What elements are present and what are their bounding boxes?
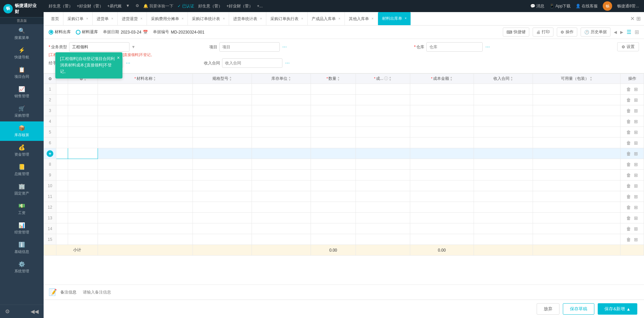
save-draft-button[interactable]: 保存草稿	[563, 303, 594, 315]
col-spec[interactable]: 规格型号 ▲▼	[193, 74, 252, 84]
sidebar-item-salary[interactable]: 💵 工资	[0, 199, 44, 219]
radio-material-out[interactable]: 材料出库	[49, 29, 71, 35]
tab-close-po-stat[interactable]: ×	[223, 12, 225, 25]
operation-btn[interactable]: ⚙ 操作	[557, 28, 577, 37]
warehouse-search-icon[interactable]: ···	[485, 44, 490, 50]
delete-row-btn[interactable]: 🗑	[625, 161, 632, 168]
app-download-link[interactable]: 📱 App下载	[549, 3, 571, 9]
delete-row-btn[interactable]: 🗑	[625, 86, 632, 93]
tab-product-in[interactable]: 产成品入库单 ×	[308, 12, 345, 25]
handler-search-icon[interactable]: ···	[126, 60, 130, 66]
tab-close-purchase-return[interactable]: ×	[141, 12, 143, 25]
copy-row-btn[interactable]: ⊞	[633, 86, 639, 93]
settings-button[interactable]: ⚙ 设置	[617, 42, 639, 51]
sidebar-item-purchase[interactable]: 🛒 采购管理	[0, 102, 44, 121]
tab-close-purchase-cost[interactable]: ×	[182, 12, 184, 25]
copy-row-btn[interactable]: ⊞	[633, 225, 639, 232]
nav-next-icon[interactable]: ▶	[620, 30, 623, 35]
copy-row-btn[interactable]: ⊞	[633, 129, 639, 136]
copy-row-btn[interactable]: ⊞	[633, 161, 639, 168]
col-settings[interactable]: ⚙	[44, 74, 56, 84]
sidebar-item-basic-info[interactable]: ℹ️ 基础信息	[0, 238, 44, 258]
add-row-btn[interactable]: +	[47, 150, 53, 157]
tab-material-out[interactable]: 材料出库单 ×	[378, 12, 411, 25]
experience-link[interactable]: 🔔 我要体验一下	[143, 3, 173, 9]
discard-button[interactable]: 放弃	[537, 303, 559, 315]
copy-row-btn[interactable]: ⊞	[633, 140, 639, 146]
dropdown-arrow-icon[interactable]: ▼	[126, 3, 130, 9]
col-settings-icon[interactable]: ⚙	[48, 76, 52, 81]
tab-close-product-in[interactable]: ×	[338, 12, 340, 25]
message-link[interactable]: 💬 消息	[530, 3, 544, 9]
delete-row-btn[interactable]: 🗑	[625, 129, 632, 136]
income-contract-input[interactable]	[222, 58, 282, 68]
sidebar-item-system[interactable]: ⚙️ 系统管理	[0, 258, 44, 277]
business-type-input[interactable]	[69, 42, 129, 52]
sidebar-item-inventory[interactable]: 📦 库存核算	[0, 121, 44, 141]
online-service-link[interactable]: 👤 在线客服	[576, 3, 598, 9]
delete-row-btn[interactable]: 🗑	[625, 215, 632, 221]
copy-row-btn[interactable]: ⊞	[633, 182, 639, 189]
tab-purchase-in[interactable]: 进货单 ×	[93, 12, 118, 25]
delete-row-btn[interactable]: 🗑	[625, 182, 632, 189]
delete-row-btn[interactable]: 🗑	[625, 118, 632, 125]
delete-row-btn[interactable]: 🗑	[625, 236, 632, 243]
tab-purchase-in-stat[interactable]: 进货单统计表 ×	[229, 12, 266, 25]
tooltip-close-btn[interactable]: ×	[117, 54, 120, 61]
view-grid-icon[interactable]: ⊞	[635, 29, 639, 35]
tab-close-po-exec[interactable]: ×	[301, 12, 303, 25]
shortcut-key-btn[interactable]: ⌨ 快捷键	[503, 28, 529, 37]
copy-row-btn[interactable]: ⊞	[633, 215, 639, 221]
tab-po-stat[interactable]: 采购订单统计表 ×	[188, 12, 229, 25]
warehouse-input[interactable]	[426, 42, 483, 52]
date-value[interactable]: 2023-03-24	[121, 30, 141, 35]
sidebar-item-sales[interactable]: 📈 销售管理	[0, 83, 44, 102]
remarks-input[interactable]	[82, 288, 639, 296]
sidebar-item-quick-nav[interactable]: ⚡ 快捷导航	[0, 44, 44, 63]
project-input[interactable]	[219, 42, 280, 52]
tab-close-material-out[interactable]: ×	[405, 12, 407, 25]
copy-row-btn[interactable]: ⊞	[633, 107, 639, 114]
top-nav-link-3[interactable]: +易代账	[107, 3, 122, 9]
sidebar-item-project-contract[interactable]: 📋 项目合同	[0, 63, 44, 83]
collapse-icon[interactable]: ◀◀	[31, 308, 39, 315]
copy-row-btn[interactable]: ⊞	[633, 204, 639, 211]
sidebar-item-search[interactable]: 🔍 搜索菜单	[0, 24, 44, 44]
top-nav-link-2[interactable]: +好业财（菅）	[77, 3, 103, 9]
col-unit[interactable]: 库存单位 ▲▼	[252, 74, 311, 84]
history-btn[interactable]: 🕐 历史单据	[581, 28, 610, 37]
delete-row-btn[interactable]: 🗑	[625, 225, 632, 232]
delete-row-btn[interactable]: 🗑	[625, 150, 632, 157]
tab-nav-close-icon[interactable]: ✕	[630, 15, 635, 22]
tab-home[interactable]: 首页	[47, 12, 63, 25]
sidebar-item-ledger[interactable]: 📒 总账管理	[0, 160, 44, 180]
print-btn[interactable]: 🖨 打印	[533, 28, 553, 37]
top-nav-right-2[interactable]: +好业财（菅）	[226, 3, 253, 9]
col-cost-amount[interactable]: * 成本金额 ▲▼	[410, 74, 474, 84]
settings-gear-icon[interactable]: ⚙	[136, 3, 139, 9]
col-contract[interactable]: 收入合同 ▲▼	[474, 74, 533, 84]
dropdown-icon[interactable]: ▼	[131, 45, 136, 49]
tab-close-purchase-in[interactable]: ×	[111, 12, 113, 25]
delete-row-btn[interactable]: 🗑	[625, 193, 632, 200]
tab-nav-prev-icon[interactable]: ⊞	[636, 15, 641, 22]
col-available[interactable]: 可用量（包装） ▲▼	[533, 74, 621, 84]
tab-purchase-return[interactable]: 进货退货 ×	[118, 12, 147, 25]
tab-purchase-order[interactable]: 采购订单 ×	[63, 12, 93, 25]
delete-row-btn[interactable]: 🗑	[625, 97, 632, 103]
tab-purchase-cost[interactable]: 采购费用分摊单 ×	[147, 12, 188, 25]
copy-row-btn[interactable]: ⊞	[633, 97, 639, 103]
delete-row-btn[interactable]: 🗑	[625, 140, 632, 146]
calendar-icon[interactable]: 📅	[143, 30, 148, 35]
tab-close-purchase-in-stat[interactable]: ×	[260, 12, 262, 25]
copy-row-btn[interactable]: ⊞	[633, 193, 639, 200]
save-new-button[interactable]: 保存&新增 ▲	[598, 303, 637, 315]
tab-other-in[interactable]: 其他入库单 ×	[345, 12, 378, 25]
delete-row-btn[interactable]: 🗑	[625, 107, 632, 114]
settings-icon[interactable]: ⚙	[5, 308, 10, 315]
radio-material-return[interactable]: 材料退库	[76, 29, 98, 35]
tab-po-exec[interactable]: 采购订单执行表 ×	[266, 12, 308, 25]
col-qty[interactable]: * 数量 ▲▼	[311, 74, 356, 84]
project-search-icon[interactable]: ···	[282, 44, 287, 50]
sidebar-item-finance[interactable]: 💰 资金管理	[0, 141, 44, 160]
